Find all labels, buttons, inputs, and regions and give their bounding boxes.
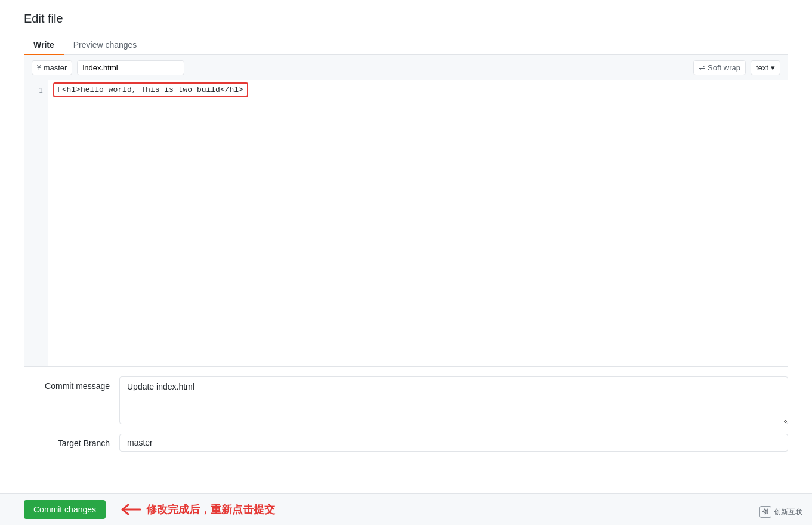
branch-selector[interactable]: ¥ master <box>32 60 72 75</box>
code-text: <h1>hello world, This is two build</h1> <box>62 85 243 94</box>
target-branch-input[interactable] <box>119 434 788 452</box>
commit-message-input[interactable]: Update index.html <box>119 376 788 424</box>
commit-message-label: Commit message <box>24 376 119 391</box>
soft-wrap-label: Soft wrap <box>708 63 740 72</box>
text-mode-label: text <box>756 63 768 72</box>
target-branch-row: Target Branch <box>24 434 788 452</box>
text-mode-dropdown[interactable]: text ▾ <box>751 60 780 75</box>
branch-icon: ¥ <box>37 64 41 72</box>
editor-tabs: Write Preview changes <box>24 35 788 55</box>
file-name-input[interactable] <box>77 60 184 75</box>
tab-preview[interactable]: Preview changes <box>64 35 147 54</box>
chevron-down-icon: ▾ <box>771 63 775 72</box>
soft-wrap-icon: ⇌ <box>699 63 705 72</box>
page-title: Edit file <box>24 12 788 26</box>
editor-area[interactable]: 1 i <h1>hello world, This is two build</… <box>24 80 788 366</box>
line-number-1: 1 <box>24 85 48 97</box>
tab-write[interactable]: Write <box>24 35 64 54</box>
line-numbers: 1 <box>24 80 48 366</box>
code-content[interactable]: i <h1>hello world, This is two build</h1… <box>48 80 788 366</box>
commit-section: Commit message Update index.html Target … <box>24 376 788 473</box>
line-info-icon: i <box>58 86 60 94</box>
branch-name: master <box>44 63 67 72</box>
editor-wrapper: 1 i <h1>hello world, This is two build</… <box>24 80 788 367</box>
commit-message-row: Commit message Update index.html <box>24 376 788 424</box>
soft-wrap-button[interactable]: ⇌ Soft wrap <box>693 60 746 75</box>
code-line-highlighted: i <h1>hello world, This is two build</h1… <box>53 82 248 97</box>
target-branch-label: Target Branch <box>24 434 119 448</box>
editor-toolbar: ¥ master ⇌ Soft wrap text ▾ <box>24 55 788 80</box>
